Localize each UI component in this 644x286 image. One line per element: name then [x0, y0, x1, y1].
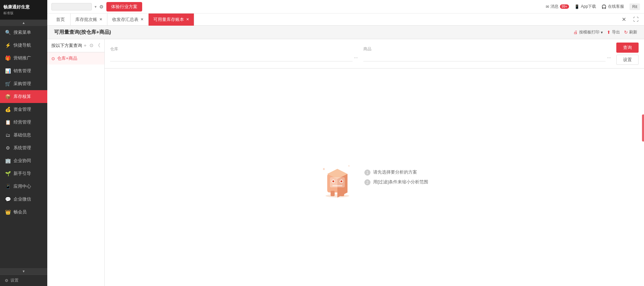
svg-point-6: [332, 180, 334, 182]
sidebar-item-finance[interactable]: 💰 资金管理: [0, 103, 47, 116]
topbar-gear-icon[interactable]: ⚙: [99, 4, 104, 9]
svg-text:✦: ✦: [347, 164, 350, 168]
sidebar-label-system: 系统管理: [14, 145, 31, 151]
topbar-chevron-icon[interactable]: ▾: [95, 4, 97, 9]
export-btn[interactable]: ⬆ 导出: [607, 29, 620, 35]
empty-step-1: 1 请先选择要分析的方案: [364, 169, 428, 176]
sidebar-label-basic: 基础信息: [14, 132, 31, 138]
message-btn[interactable]: ✉ 消息 99+: [546, 4, 569, 9]
sidebar-item-basic[interactable]: 🗂 基础信息: [0, 129, 47, 141]
sidebar-label-guide: 新手引导: [14, 171, 31, 177]
sidebar-scroll-down[interactable]: ▼: [0, 268, 47, 275]
scheme-item-warehouse-product[interactable]: ⊙ 仓库+商品: [47, 52, 104, 64]
guide-icon: 🌱: [5, 171, 11, 176]
maximize-btn[interactable]: ⛶: [631, 15, 641, 24]
add-scheme-icon[interactable]: ＋: [83, 43, 87, 49]
sidebar-item-vip[interactable]: 👑 畅会员: [0, 206, 47, 218]
tab-label-available: 可用量库存账本: [153, 17, 184, 23]
scroll-indicator[interactable]: [642, 114, 644, 141]
sidebar-label-search: 搜索菜单: [14, 29, 31, 35]
tab-receipt[interactable]: 收发存汇总表 ✕: [107, 14, 149, 26]
empty-state: ✦ ✦ 1 请先选择要分析的方案2 用[过滤]条件来缩小分析范围: [105, 69, 644, 286]
sidebar-item-appstore[interactable]: 📱 应用中心: [0, 180, 47, 193]
template-print-btn[interactable]: 🖨 按模板打印 ▾: [573, 29, 603, 35]
content-area: 按以下方案查询 ＋ ⊙ 《 ⊙ 仓库+商品 仓库 ···: [47, 39, 644, 286]
sidebar-scroll-up[interactable]: ▲: [0, 20, 47, 26]
tabs-bar: 首页库存批次账 ✕收发存汇总表 ✕可用量库存账本 ✕ ✕ ⛶: [47, 14, 644, 26]
message-icon: ✉: [546, 4, 549, 9]
sidebar-item-sales[interactable]: 📊 销售管理: [0, 64, 47, 77]
close-tab-btn[interactable]: ✕: [619, 15, 628, 24]
scheme-label-warehouse-product: 仓库+商品: [57, 55, 77, 61]
enterprise-icon: 🏢: [5, 158, 11, 163]
svg-text:✦: ✦: [322, 167, 326, 172]
sidebar-item-marketing[interactable]: 🎁 营销推广: [0, 52, 47, 64]
query-btn[interactable]: 查询: [616, 43, 639, 53]
sidebar-label-sales: 销售管理: [14, 68, 31, 74]
tab-close-available[interactable]: ✕: [186, 17, 189, 22]
sidebar-item-system[interactable]: ⚙ 系统管理: [0, 141, 47, 154]
app-download-btn[interactable]: 📱 App下载: [574, 4, 596, 9]
right-panel: 仓库 ··· 商品 ··· 查询 设置: [105, 39, 644, 286]
scheme-icon-warehouse-product: ⊙: [51, 56, 55, 61]
warehouse-label: 仓库: [110, 46, 358, 52]
filter-settings-btn[interactable]: 设置: [616, 55, 639, 65]
headset-icon: 🎧: [601, 4, 607, 9]
app-icon: 📱: [574, 4, 579, 9]
warehouse-more-icon[interactable]: ···: [354, 55, 358, 60]
refresh-btn[interactable]: ↻ 刷新: [624, 29, 637, 35]
print-chevron-icon[interactable]: ▾: [601, 30, 603, 35]
sidebar-label-purchase: 采购管理: [14, 81, 31, 87]
sales-icon: 📊: [5, 68, 11, 74]
tab-label-home: 首页: [56, 17, 65, 23]
sidebar: 畅康通好生意 标准版 ▲ 🔍 搜索菜单⚡ 快捷导航🎁 营销推广📊 销售管理🛒 采…: [0, 0, 47, 286]
tab-available[interactable]: 可用量库存账本 ✕: [149, 14, 194, 26]
tab-label-receipt: 收发存汇总表: [112, 17, 138, 23]
topbar-search-input[interactable]: [51, 3, 92, 10]
print-icon: 🖨: [573, 30, 578, 35]
scheme-list: ⊙ 仓库+商品: [47, 52, 104, 64]
sidebar-item-search[interactable]: 🔍 搜索菜单: [0, 26, 47, 39]
tab-close-batch[interactable]: ✕: [99, 17, 102, 22]
page-header-actions: 🖨 按模板打印 ▾ ⬆ 导出 ↻ 刷新: [573, 29, 637, 35]
product-more-icon[interactable]: ···: [607, 55, 611, 60]
sidebar-bottom: ⚙ 设置: [0, 275, 47, 286]
warehouse-input[interactable]: [110, 53, 353, 61]
query-panel: 按以下方案查询 ＋ ⊙ 《 ⊙ 仓库+商品: [47, 39, 105, 286]
sidebar-label-appstore: 应用中心: [14, 183, 31, 189]
tab-batch[interactable]: 库存批次账 ✕: [71, 14, 107, 26]
export-label: 导出: [612, 29, 620, 35]
sidebar-item-inventory[interactable]: 📦 库存核算: [0, 90, 47, 103]
sidebar-label-operation: 经营管理: [14, 119, 31, 125]
step-num-1: 1: [364, 170, 370, 176]
sidebar-item-guide[interactable]: 🌱 新手引导: [0, 167, 47, 180]
service-btn[interactable]: 🎧 在线客服: [601, 4, 624, 9]
edition-label: 标准版: [3, 11, 14, 16]
collapse-panel-icon[interactable]: 《: [96, 43, 100, 49]
basic-icon: 🗂: [5, 132, 11, 138]
service-label: 在线客服: [608, 4, 624, 9]
refresh-label: 刷新: [629, 29, 637, 35]
inventory-icon: 📦: [5, 94, 11, 99]
svg-point-8: [340, 180, 342, 182]
sidebar-item-wechat[interactable]: 💬 企业微信: [0, 193, 47, 206]
purchase-icon: 🛒: [5, 81, 11, 86]
message-label: 消息: [550, 4, 559, 9]
settings-scheme-icon[interactable]: ⊙: [89, 43, 94, 49]
product-label: 商品: [363, 46, 611, 52]
product-input[interactable]: [363, 53, 606, 61]
sidebar-item-operation[interactable]: 📋 经营管理: [0, 116, 47, 129]
svg-rect-10: [331, 191, 335, 196]
template-print-label: 按模板打印: [579, 29, 599, 35]
step-text-1: 请先选择要分析的方案: [373, 169, 417, 175]
sidebar-item-quick-nav[interactable]: ⚡ 快捷导航: [0, 39, 47, 52]
sidebar-settings-label: 设置: [10, 278, 19, 283]
filter-actions: 查询 设置: [616, 43, 639, 65]
tab-home[interactable]: 首页: [51, 14, 71, 26]
tab-close-receipt[interactable]: ✕: [140, 17, 144, 22]
tab-actions: ✕ ⛶: [619, 15, 644, 24]
sidebar-item-enterprise[interactable]: 🏢 企业协同: [0, 154, 47, 167]
sidebar-item-purchase[interactable]: 🛒 采购管理: [0, 77, 47, 90]
trial-btn[interactable]: 体验行业方案: [106, 2, 142, 11]
user-name[interactable]: Rit: [629, 3, 640, 10]
